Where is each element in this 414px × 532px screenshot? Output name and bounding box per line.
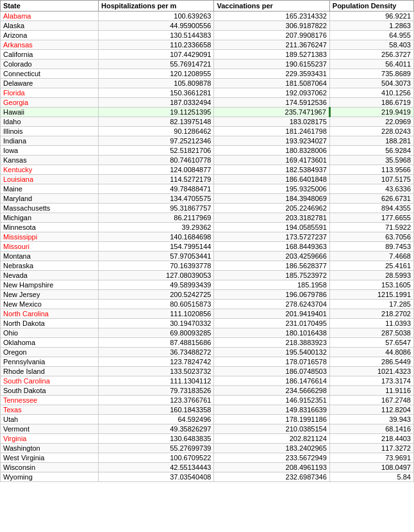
cell-dens: 39.943 xyxy=(329,415,413,424)
cell-vacc: 210.0385154 xyxy=(214,424,329,434)
cell-state: Alaska xyxy=(1,21,99,31)
cell-vacc: 181.2461798 xyxy=(214,127,329,136)
table-row: Ohio69.80093285180.1016438287.5038 xyxy=(1,328,414,338)
cell-state: Nebraska xyxy=(1,261,99,271)
col-header-dens: Population Density xyxy=(329,1,413,12)
cell-dens: 25.4161 xyxy=(329,261,413,271)
cell-hosp: 36.73488272 xyxy=(99,348,214,357)
cell-vacc: 233.5672949 xyxy=(214,453,329,463)
cell-dens: 177.6655 xyxy=(329,213,413,223)
table-row: Maryland134.4705575184.3948069626.6731 xyxy=(1,194,414,204)
cell-state: Indiana xyxy=(1,136,99,146)
table-row: Idaho82.13975148183.02817522.0969 xyxy=(1,117,414,127)
table-row: Connecticut120.1208955229.3593431735.868… xyxy=(1,69,414,79)
cell-state: Hawaii xyxy=(1,108,99,117)
data-table: State Hospitalizations per m Vaccination… xyxy=(0,0,414,482)
cell-hosp: 111.1304112 xyxy=(99,376,214,386)
cell-state: West Virginia xyxy=(1,453,99,463)
cell-state: Tennessee xyxy=(1,396,99,405)
cell-hosp: 57.97053441 xyxy=(99,252,214,261)
cell-state: Alabama xyxy=(1,12,99,21)
cell-vacc: 195.5400132 xyxy=(214,348,329,357)
cell-dens: 89.7453 xyxy=(329,242,413,252)
cell-state: California xyxy=(1,50,99,60)
cell-state: Iowa xyxy=(1,146,99,156)
cell-vacc: 193.9234027 xyxy=(214,136,329,146)
cell-hosp: 127.08039053 xyxy=(99,271,214,280)
table-row: Alaska44.95900556306.91878221.2863 xyxy=(1,21,414,31)
cell-dens: 228.0243 xyxy=(329,127,413,136)
cell-state: Louisiana xyxy=(1,175,99,184)
cell-state: Idaho xyxy=(1,117,99,127)
cell-state: Oregon xyxy=(1,348,99,357)
cell-state: Washington xyxy=(1,444,99,453)
cell-hosp: 80.60515873 xyxy=(99,300,214,309)
cell-dens: 186.6719 xyxy=(329,98,413,108)
cell-vacc: 203.4259666 xyxy=(214,252,329,261)
table-row: Indiana97.25212346193.9234027188.281 xyxy=(1,136,414,146)
cell-hosp: 70.16393778 xyxy=(99,261,214,271)
cell-state: Texas xyxy=(1,405,99,415)
cell-hosp: 123.7824742 xyxy=(99,357,214,367)
table-row: Kansas80.74610778169.417360135.5968 xyxy=(1,156,414,165)
cell-state: North Dakota xyxy=(1,319,99,328)
cell-hosp: 39.29362 xyxy=(99,223,214,232)
cell-state: Michigan xyxy=(1,213,99,223)
cell-vacc: 165.2314332 xyxy=(214,12,329,21)
cell-state: Rhode Island xyxy=(1,367,99,376)
cell-vacc: 182.5384937 xyxy=(214,165,329,175)
table-row: Virginia130.6483835202.821124218.4403 xyxy=(1,434,414,444)
cell-hosp: 100.6709522 xyxy=(99,453,214,463)
cell-dens: 1.2863 xyxy=(329,21,413,31)
table-row: Oregon36.73488272195.540013244.8086 xyxy=(1,348,414,357)
cell-dens: 153.1605 xyxy=(329,280,413,290)
cell-vacc: 205.2246962 xyxy=(214,204,329,213)
cell-state: South Carolina xyxy=(1,376,99,386)
cell-dens: 56.4011 xyxy=(329,60,413,69)
cell-state: Vermont xyxy=(1,424,99,434)
table-row: Hawaii19.11251395235.7471967219.9419 xyxy=(1,108,414,117)
cell-state: New Hampshire xyxy=(1,280,99,290)
table-row: Florida150.3661281192.0937062410.1256 xyxy=(1,88,414,98)
cell-hosp: 154.7995144 xyxy=(99,242,214,252)
cell-dens: 96.9221 xyxy=(329,12,413,21)
cell-hosp: 49.78488471 xyxy=(99,184,214,194)
table-row: Illinois90.1286462181.2461798228.0243 xyxy=(1,127,414,136)
cell-hosp: 69.80093285 xyxy=(99,328,214,338)
table-row: West Virginia100.6709522233.567294973.96… xyxy=(1,453,414,463)
cell-state: North Carolina xyxy=(1,309,99,319)
cell-vacc: 211.3676247 xyxy=(214,40,329,50)
cell-state: Missouri xyxy=(1,242,99,252)
cell-dens: 11.0393 xyxy=(329,319,413,328)
table-row: Iowa52.51821706180.832800656.9284 xyxy=(1,146,414,156)
cell-state: Pennsylvania xyxy=(1,357,99,367)
cell-dens: 56.9284 xyxy=(329,146,413,156)
cell-vacc: 186.0748503 xyxy=(214,367,329,376)
table-row: Tennessee123.3766761146.9152351167.2748 xyxy=(1,396,414,405)
table-row: Alabama100.639263165.231433296.9221 xyxy=(1,12,414,21)
table-row: Delaware105.809878181.5087064504.3073 xyxy=(1,79,414,88)
cell-vacc: 183.2402965 xyxy=(214,444,329,453)
cell-vacc: 169.4173601 xyxy=(214,156,329,165)
cell-state: Florida xyxy=(1,88,99,98)
cell-hosp: 107.4429091 xyxy=(99,50,214,60)
cell-dens: 17.285 xyxy=(329,300,413,309)
cell-state: New Mexico xyxy=(1,300,99,309)
cell-hosp: 105.809878 xyxy=(99,79,214,88)
cell-state: Kentucky xyxy=(1,165,99,175)
cell-dens: 735.8689 xyxy=(329,69,413,79)
cell-vacc: 146.9152351 xyxy=(214,396,329,405)
cell-hosp: 133.5023732 xyxy=(99,367,214,376)
cell-state: Montana xyxy=(1,252,99,261)
cell-hosp: 134.4705575 xyxy=(99,194,214,204)
cell-dens: 107.5175 xyxy=(329,175,413,184)
table-row: New Hampshire49.58993439185.1958153.1605 xyxy=(1,280,414,290)
col-header-state: State xyxy=(1,1,99,12)
cell-state: Arizona xyxy=(1,31,99,40)
cell-hosp: 49.35826297 xyxy=(99,424,214,434)
cell-vacc: 195.9325006 xyxy=(214,184,329,194)
cell-dens: 218.4403 xyxy=(329,434,413,444)
table-row: Wisconsin42.55134443208.4961193108.0497 xyxy=(1,463,414,472)
cell-hosp: 80.74610778 xyxy=(99,156,214,165)
cell-vacc: 186.5628377 xyxy=(214,261,329,271)
